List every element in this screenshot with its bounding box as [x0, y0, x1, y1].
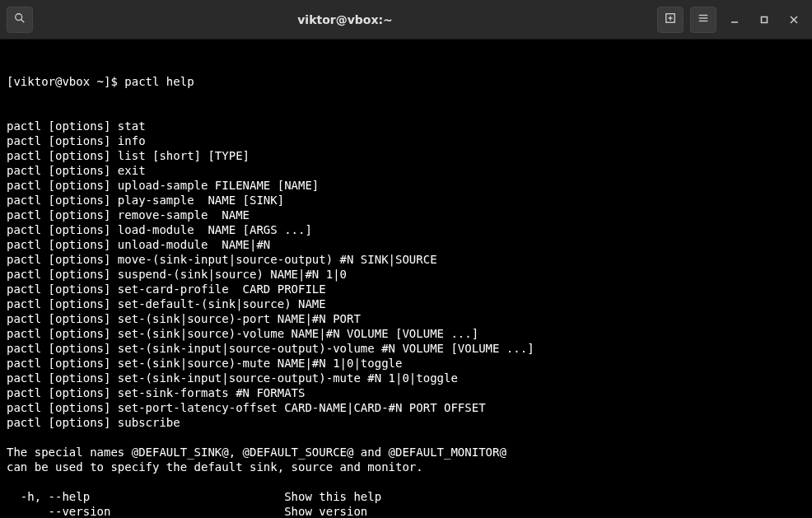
titlebar-left — [7, 7, 33, 33]
output-line: --version Show version — [7, 504, 805, 518]
maximize-icon — [760, 13, 768, 26]
output-line: pactl [options] set-card-profile CARD PR… — [7, 282, 805, 296]
output-line: pactl [options] set-(sink|source)-port N… — [7, 311, 805, 326]
output-lines: pactl [options] statpactl [options] info… — [7, 119, 805, 518]
output-line: pactl [options] load-module NAME [ARGS .… — [7, 222, 805, 237]
close-icon — [790, 13, 798, 26]
prompt-line-1: [viktor@vbox ~]$ pactl help — [7, 74, 805, 89]
new-tab-icon — [665, 12, 676, 26]
search-icon — [14, 12, 26, 26]
output-line: The special names @DEFAULT_SINK@, @DEFAU… — [7, 445, 805, 460]
new-tab-button[interactable] — [657, 7, 684, 33]
menu-button[interactable] — [690, 7, 716, 33]
output-line: pactl [options] move-(sink-input|source-… — [7, 252, 805, 267]
output-line: pactl [options] set-(sink-input|source-o… — [7, 341, 805, 356]
output-line: pactl [options] set-sink-formats #N FORM… — [7, 385, 805, 400]
output-line: -h, --help Show this help — [7, 489, 805, 504]
output-line: pactl [options] set-(sink|source)-volume… — [7, 326, 805, 341]
command-text: pactl help — [124, 75, 194, 88]
output-line — [7, 430, 805, 445]
output-line: pactl [options] set-(sink-input|source-o… — [7, 371, 805, 385]
search-button[interactable] — [7, 7, 33, 33]
hamburger-icon — [698, 12, 709, 26]
svg-point-0 — [16, 14, 22, 21]
output-line: pactl [options] set-default-(sink|source… — [7, 296, 805, 311]
output-line: pactl [options] play-sample NAME [SINK] — [7, 193, 805, 208]
close-button[interactable] — [782, 8, 805, 31]
minimize-button[interactable] — [723, 8, 746, 31]
output-line — [7, 474, 805, 489]
output-line: pactl [options] remove-sample NAME — [7, 208, 805, 222]
window-title: viktor@vbox:~ — [33, 13, 657, 26]
output-line: pactl [options] unload-module NAME|#N — [7, 237, 805, 252]
output-line: pactl [options] upload-sample FILENAME [… — [7, 178, 805, 193]
output-line: pactl [options] set-port-latency-offset … — [7, 400, 805, 415]
terminal-body[interactable]: [viktor@vbox ~]$ pactl help pactl [optio… — [0, 40, 812, 518]
maximize-button[interactable] — [753, 8, 776, 31]
output-line: pactl [options] stat — [7, 119, 805, 133]
output-line: pactl [options] info — [7, 133, 805, 148]
output-line: pactl [options] exit — [7, 163, 805, 178]
output-line: pactl [options] list [short] [TYPE] — [7, 148, 805, 163]
svg-rect-9 — [762, 16, 768, 22]
titlebar: viktor@vbox:~ — [0, 0, 812, 40]
prompt-prefix: [viktor@vbox ~]$ — [7, 75, 124, 88]
output-line: pactl [options] subscribe — [7, 415, 805, 430]
svg-line-1 — [21, 20, 25, 23]
output-line: can be used to specify the default sink,… — [7, 460, 805, 474]
minimize-icon — [730, 13, 739, 26]
titlebar-right — [657, 7, 805, 33]
output-line: pactl [options] suspend-(sink|source) NA… — [7, 267, 805, 282]
output-line: pactl [options] set-(sink|source)-mute N… — [7, 356, 805, 371]
